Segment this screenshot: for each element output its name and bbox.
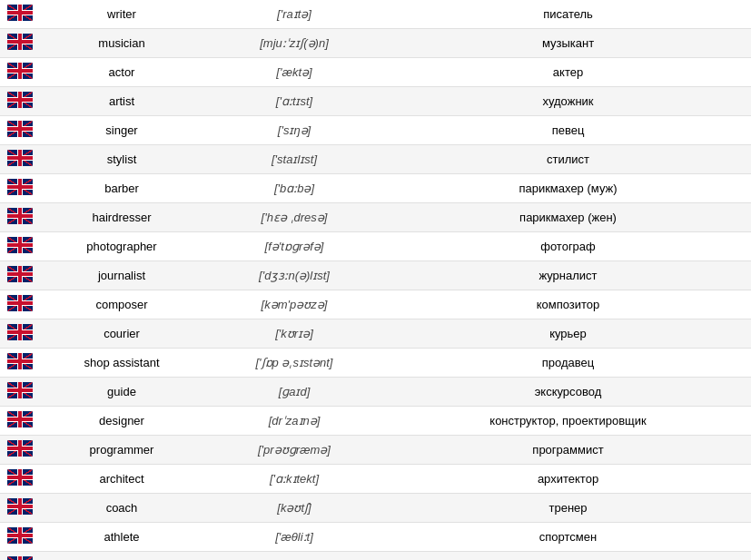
flag-cell bbox=[0, 145, 40, 174]
english-word: singer bbox=[40, 116, 203, 145]
russian-translation: композитор bbox=[385, 290, 751, 319]
russian-translation: экскурсовод bbox=[385, 378, 751, 407]
english-word: courier bbox=[40, 319, 203, 349]
english-word: artist bbox=[40, 87, 203, 116]
english-word: barber bbox=[40, 174, 203, 203]
russian-translation: музыкант bbox=[385, 29, 751, 58]
flag-cell bbox=[0, 203, 40, 232]
transcription: [kəʊtʃ] bbox=[203, 494, 385, 523]
table-row: musician [mjuːˈzɪʃ(ə)n] музыкант bbox=[0, 29, 751, 58]
flag-cell bbox=[0, 174, 40, 203]
table-row: artist ['ɑːtɪst] художник bbox=[0, 87, 751, 116]
flag-cell bbox=[0, 523, 40, 552]
russian-translation: писатель bbox=[385, 0, 751, 29]
english-word: athlete bbox=[40, 523, 203, 552]
transcription: ['ʃɒp əˌsɪstənt] bbox=[203, 349, 385, 378]
table-row: actor ['æktə] актер bbox=[0, 58, 751, 87]
english-word: shop assistant bbox=[40, 349, 203, 378]
flag-cell bbox=[0, 261, 40, 290]
russian-translation: программист bbox=[385, 436, 751, 465]
table-row: composer [kəm'pəʊzə] композитор bbox=[0, 290, 751, 319]
english-word: photographer bbox=[40, 232, 203, 261]
vocabulary-table: writer ['raɪtə] писатель musician [mjuːˈ… bbox=[0, 0, 751, 560]
table-row: guide [ɡaɪd] экскурсовод bbox=[0, 378, 751, 407]
transcription: [mjuːˈzɪʃ(ə)n] bbox=[203, 29, 385, 58]
transcription: ['ɑːkɪtekt] bbox=[203, 465, 385, 494]
transcription: ['æktə] bbox=[203, 58, 385, 87]
english-word: architect bbox=[40, 465, 203, 494]
flag-cell bbox=[0, 29, 40, 58]
table-row: shop assistant ['ʃɒp əˌsɪstənt] продавец bbox=[0, 349, 751, 378]
transcription: ['dʒɜːn(ə)lɪst] bbox=[203, 261, 385, 290]
english-word: coach bbox=[40, 494, 203, 523]
english-word: musician bbox=[40, 29, 203, 58]
transcription: ['prəʊɡræmə] bbox=[203, 436, 385, 465]
english-word: designer bbox=[40, 407, 203, 436]
english-word: barman bbox=[40, 552, 203, 561]
russian-translation: архитектор bbox=[385, 465, 751, 494]
english-word: writer bbox=[40, 0, 203, 29]
transcription: ['æθliːt] bbox=[203, 523, 385, 552]
english-word: journalist bbox=[40, 261, 203, 290]
flag-cell bbox=[0, 232, 40, 261]
flag-cell bbox=[0, 436, 40, 465]
russian-translation: парикмахер (муж) bbox=[385, 174, 751, 203]
flag-cell bbox=[0, 494, 40, 523]
table-row: hairdresser ['hɛə ˌdresə] парикмахер (же… bbox=[0, 203, 751, 232]
transcription: ['hɛə ˌdresə] bbox=[203, 203, 385, 232]
flag-cell bbox=[0, 349, 40, 378]
transcription: ['bɑːmən] bbox=[203, 552, 385, 561]
transcription: ['kʊrɪə] bbox=[203, 319, 385, 349]
table-row: stylist ['staɪlɪst] стилист bbox=[0, 145, 751, 174]
table-row: singer ['sɪŋə] певец bbox=[0, 116, 751, 145]
flag-cell bbox=[0, 0, 40, 29]
table-row: athlete ['æθliːt] спортсмен bbox=[0, 523, 751, 552]
russian-translation: конструктор, проектировщик bbox=[385, 407, 751, 436]
table-row: courier ['kʊrɪə] курьер bbox=[0, 319, 751, 349]
transcription: ['staɪlɪst] bbox=[203, 145, 385, 174]
russian-translation: певец bbox=[385, 116, 751, 145]
table-row: designer [drˈzaɪnə] конструктор, проекти… bbox=[0, 407, 751, 436]
english-word: composer bbox=[40, 290, 203, 319]
flag-cell bbox=[0, 116, 40, 145]
russian-translation: художник bbox=[385, 87, 751, 116]
russian-translation: тренер bbox=[385, 494, 751, 523]
flag-cell bbox=[0, 290, 40, 319]
english-word: actor bbox=[40, 58, 203, 87]
russian-translation: стилист bbox=[385, 145, 751, 174]
table-row: coach [kəʊtʃ] тренер bbox=[0, 494, 751, 523]
russian-translation: фотограф bbox=[385, 232, 751, 261]
table-row: programmer ['prəʊɡræmə] программист bbox=[0, 436, 751, 465]
russian-translation: журналист bbox=[385, 261, 751, 290]
flag-cell bbox=[0, 465, 40, 494]
table-row: architect ['ɑːkɪtekt] архитектор bbox=[0, 465, 751, 494]
flag-cell bbox=[0, 319, 40, 349]
russian-translation: парикмахер (жен) bbox=[385, 203, 751, 232]
table-row: barber ['bɑːbə] парикмахер (муж) bbox=[0, 174, 751, 203]
flag-cell bbox=[0, 552, 40, 561]
flag-cell bbox=[0, 87, 40, 116]
flag-cell bbox=[0, 407, 40, 436]
table-row: journalist ['dʒɜːn(ə)lɪst] журналист bbox=[0, 261, 751, 290]
transcription: ['raɪtə] bbox=[203, 0, 385, 29]
transcription: ['ɑːtɪst] bbox=[203, 87, 385, 116]
transcription: [drˈzaɪnə] bbox=[203, 407, 385, 436]
russian-translation: актер bbox=[385, 58, 751, 87]
transcription: ['sɪŋə] bbox=[203, 116, 385, 145]
russian-translation: курьер bbox=[385, 319, 751, 349]
table-row: photographer [fə'tɒɡrəfə] фотограф bbox=[0, 232, 751, 261]
table-row: barman ['bɑːmən] бармен bbox=[0, 552, 751, 561]
transcription: [kəm'pəʊzə] bbox=[203, 290, 385, 319]
transcription: [ɡaɪd] bbox=[203, 378, 385, 407]
english-word: hairdresser bbox=[40, 203, 203, 232]
flag-cell bbox=[0, 378, 40, 407]
table-row: writer ['raɪtə] писатель bbox=[0, 0, 751, 29]
english-word: guide bbox=[40, 378, 203, 407]
russian-translation: продавец bbox=[385, 349, 751, 378]
english-word: programmer bbox=[40, 436, 203, 465]
russian-translation: бармен bbox=[385, 552, 751, 561]
transcription: ['bɑːbə] bbox=[203, 174, 385, 203]
flag-cell bbox=[0, 58, 40, 87]
russian-translation: спортсмен bbox=[385, 523, 751, 552]
english-word: stylist bbox=[40, 145, 203, 174]
